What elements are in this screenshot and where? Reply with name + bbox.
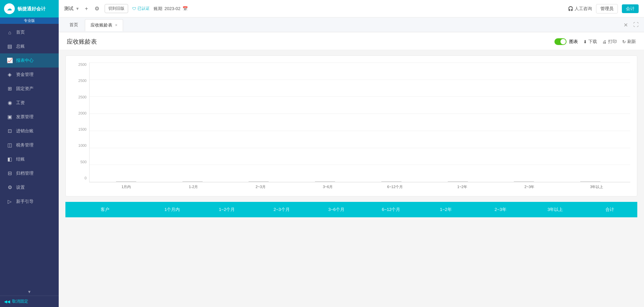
sidebar-item-newbie[interactable]: ▷ 新手引导 [0, 194, 59, 209]
main-area: 测试 ▼ + ⚙ 切到旧版 🛡 已认证 账期 2023-02 📅 🎧 人工咨询 … [59, 0, 644, 307]
refresh-button[interactable]: ↻ 刷新 [622, 39, 636, 45]
sidebar-item-label: 报表中心 [16, 57, 34, 63]
manager-button[interactable]: 管理员 [596, 4, 618, 13]
calendar-icon[interactable]: 📅 [182, 6, 188, 11]
sidebar-item-invoice[interactable]: ▣ 发票管理 [0, 110, 59, 124]
sidebar-logo: ☁ 畅捷通好会计 [0, 0, 59, 17]
shield-icon: 🛡 [132, 6, 136, 11]
company-selector[interactable]: 测试 ▼ [64, 6, 79, 12]
bar-group [491, 181, 557, 182]
table-header-cell-8: 3年以上 [528, 202, 583, 217]
bar-group [358, 181, 425, 182]
sidebar-item-label: 首页 [16, 29, 25, 35]
page-inner: 应收账龄表 图表 ⬇ 下载 🖨 打印 [59, 32, 644, 307]
x-axis-label: 2~3年 [496, 182, 563, 189]
page-title: 应收账龄表 [67, 38, 97, 46]
sidebar-scroll-down[interactable]: ▼ [0, 288, 59, 296]
window-close-icon[interactable]: ✕ [624, 21, 628, 28]
y-axis-label: 1500 [78, 127, 87, 131]
table-header-cell-7: 2~3年 [473, 202, 528, 217]
sidebar-item-ledger[interactable]: ▤ 总账 [0, 39, 59, 53]
sidebar-item-label: 税务管理 [16, 142, 34, 148]
tabbar: 首页 应收账龄表 × ✕ ⛶ [59, 17, 644, 32]
chart-toggle[interactable]: 图表 [554, 38, 578, 45]
bar-2~3年 [514, 181, 534, 182]
sidebar-item-tax[interactable]: ◫ 税务管理 [0, 138, 59, 152]
sidebar-item-archive[interactable]: ⊟ 归档管理 [0, 166, 59, 180]
y-axis-label: 0 [85, 176, 87, 180]
logo-icon: ☁ [4, 3, 15, 14]
old-version-button[interactable]: 切到旧版 [105, 4, 128, 13]
inventory-icon: ⊡ [7, 128, 13, 134]
company-name: 测试 [64, 6, 73, 12]
logo-text-block: 畅捷通好会计 [17, 6, 46, 12]
sidebar-item-asset[interactable]: ⊞ 固定资产 [0, 82, 59, 96]
sidebar-item-closing[interactable]: ◧ 结账 [0, 152, 59, 166]
archive-icon: ⊟ [7, 170, 13, 176]
bar-3年以上 [580, 181, 600, 182]
wage-icon: ◉ [7, 100, 13, 106]
x-axis-label: 3~6月 [294, 182, 361, 189]
sidebar-item-label: 进销台账 [16, 128, 34, 134]
download-icon: ⬇ [583, 39, 587, 44]
sidebar-item-fund[interactable]: ◈ 资金管理 [0, 68, 59, 82]
window-expand-icon[interactable]: ⛶ [633, 22, 639, 28]
toggle-track[interactable] [554, 38, 567, 45]
x-axis-label: 1-2月 [160, 182, 227, 189]
certified-badge: 🛡 已认证 [132, 6, 150, 11]
tab-close-icon[interactable]: × [115, 23, 117, 28]
x-axis-label: 1月内 [93, 182, 160, 189]
topbar-settings-icon[interactable]: ⚙ [93, 4, 101, 13]
add-company-button[interactable]: + [84, 4, 89, 13]
x-axis-label: 6~12个月 [362, 182, 429, 189]
bar-group [226, 181, 292, 182]
role-button[interactable]: 会计 [622, 4, 639, 13]
sidebar-item-home[interactable]: ⌂ 首页 [0, 25, 59, 39]
bar-group [93, 181, 159, 182]
table-header-row: 客户 1个月内 1~2个月 2~3个月 3~6个月 6~12个月 1~2年 2~… [65, 202, 637, 217]
tab-receivable-aging[interactable]: 应收账龄表 × [85, 19, 123, 31]
bar-1-2月 [182, 181, 203, 182]
asset-icon: ⊞ [7, 86, 13, 92]
print-icon: 🖨 [602, 39, 607, 44]
sidebar-item-label: 归档管理 [16, 170, 34, 176]
cancel-fixed-button[interactable]: ◀◀ 取消固定 [0, 296, 59, 307]
sidebar-item-label: 总账 [16, 43, 25, 49]
fund-icon: ◈ [7, 72, 13, 78]
sidebar-item-wage[interactable]: ◉ 工资 [0, 96, 59, 110]
bar-2~3月 [249, 181, 269, 182]
toggle-thumb [560, 39, 566, 44]
newbie-icon: ▷ [7, 199, 13, 205]
tab-home[interactable]: 首页 [64, 19, 84, 31]
x-axis-label: 3年以上 [563, 182, 630, 189]
download-button[interactable]: ⬇ 下载 [583, 39, 597, 45]
table-header-cell-9: 合计 [583, 202, 637, 217]
certified-label: 已认证 [138, 6, 150, 11]
y-axis-label: 2500 [78, 62, 87, 67]
consult-button[interactable]: 🎧 人工咨询 [568, 6, 592, 12]
report-icon: 📈 [7, 57, 13, 63]
sidebar-item-report[interactable]: 📈 报表中心 [0, 53, 59, 68]
sidebar-item-settings[interactable]: ⚙ 设置 [0, 180, 59, 194]
bar-group [292, 181, 358, 182]
y-axis-label: 500 [80, 160, 87, 164]
topbar: 测试 ▼ + ⚙ 切到旧版 🛡 已认证 账期 2023-02 📅 🎧 人工咨询 … [59, 0, 644, 17]
chart-toggle-label: 图表 [569, 39, 578, 45]
sidebar-item-label: 发票管理 [16, 114, 34, 120]
logo-name: 畅捷通好会计 [17, 6, 46, 12]
chevron-down-icon: ▼ [75, 6, 79, 11]
tax-icon: ◫ [7, 142, 13, 148]
sidebar-item-label: 工资 [16, 100, 25, 106]
y-axis-label: 2000 [78, 111, 87, 115]
table-header-cell-1: 1个月内 [145, 202, 200, 217]
bar-chart-container: 2500250025002000150010005000 [65, 55, 637, 196]
print-button[interactable]: 🖨 打印 [602, 39, 617, 45]
bar-6~12个月 [381, 181, 401, 182]
period-text-label: 账期 [154, 6, 162, 12]
bar-group [557, 181, 624, 182]
table-header-cell-5: 6~12个月 [364, 202, 418, 217]
headset-icon: 🎧 [568, 6, 573, 11]
settings-icon: ⚙ [7, 184, 13, 190]
sidebar-item-inventory[interactable]: ⊡ 进销台账 [0, 124, 59, 138]
table-section: 客户 1个月内 1~2个月 2~3个月 3~6个月 6~12个月 1~2年 2~… [65, 202, 637, 217]
